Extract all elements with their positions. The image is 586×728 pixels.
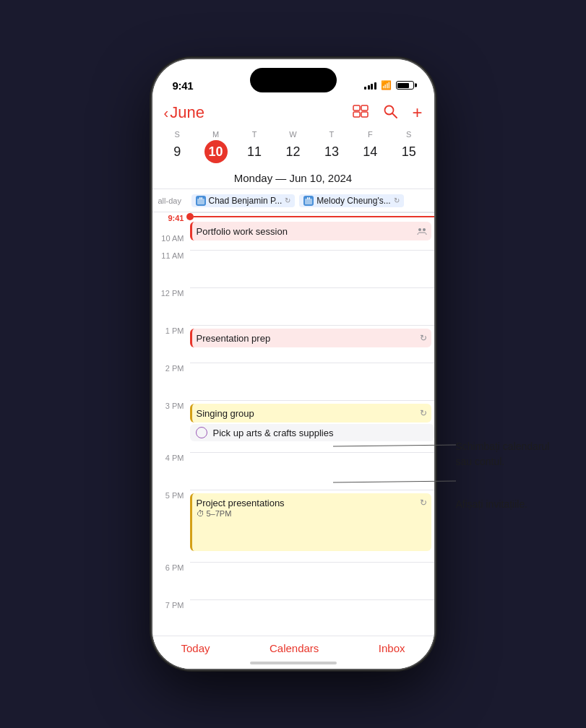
day-letter-wed: W [289, 130, 296, 139]
svg-rect-11 [309, 197, 311, 199]
schedule-area[interactable]: 9:41 10 AM Portfolio work session [152, 212, 434, 636]
svg-rect-8 [201, 197, 202, 199]
time-label-2pm: 2 PM [152, 363, 190, 373]
current-time-indicator [190, 213, 434, 220]
calendar-event-icon-melody [303, 196, 314, 206]
day-letter-thu: T [329, 130, 335, 139]
day-num-15: 15 [397, 140, 421, 163]
month-back-button[interactable]: ‹ June [164, 103, 204, 122]
refresh-icon-melody: ↻ [394, 196, 400, 204]
all-day-event-melody-title: Melody Cheung's... [316, 196, 390, 206]
all-day-row: all-day Chad Benjamin P... ↻ Melody Cheu… [152, 189, 434, 212]
week-day-sat[interactable]: S 15 [389, 130, 428, 163]
day-num-14: 14 [358, 140, 382, 163]
time-line-1pm: Presentation prep ↻ [190, 325, 434, 363]
event-presentation-prep[interactable]: Presentation prep ↻ [190, 329, 431, 347]
task-arts-crafts-title: Pick up arts & crafts supplies [213, 428, 334, 438]
chevron-left-icon: ‹ [164, 105, 169, 121]
add-event-icon[interactable]: + [412, 103, 422, 123]
week-day-thu[interactable]: T 13 [312, 130, 350, 163]
time-line-10am: Portfolio work session [190, 212, 434, 250]
search-icon[interactable] [383, 104, 397, 122]
event-presentation-title: Presentation prep [197, 333, 271, 344]
today-button[interactable]: Today [181, 642, 210, 654]
current-time-line [194, 216, 434, 217]
time-slot-6pm: 6 PM [152, 562, 434, 599]
week-day-fri[interactable]: F 14 [351, 130, 389, 163]
event-portfolio-title: Portfolio work session [197, 226, 288, 237]
svg-rect-2 [353, 112, 360, 117]
home-indicator [250, 662, 337, 664]
time-slot-11am: 11 AM [152, 250, 434, 287]
svg-point-12 [418, 228, 421, 231]
annotation-lines [326, 432, 470, 519]
annotation-calendars: Schimbați calendarul sau contul. [456, 439, 587, 469]
time-label-3pm: 3 PM [152, 400, 190, 410]
shared-icon-presentation: ↻ [420, 333, 427, 343]
all-day-event-chad[interactable]: Chad Benjamin P... ↻ [191, 194, 296, 207]
svg-rect-9 [305, 199, 312, 204]
time-label-7pm: 7 PM [152, 599, 190, 610]
time-slot-1pm: 1 PM Presentation prep ↻ [152, 325, 434, 363]
current-time-badge: 9:41 [152, 214, 184, 222]
status-icons: 📶 [364, 80, 414, 90]
calendar-view-icon[interactable] [353, 105, 369, 121]
all-day-label: all-day [158, 196, 187, 205]
time-label-5pm: 5 PM [152, 490, 190, 500]
shared-icon-singing: ↻ [420, 408, 427, 418]
all-day-event-melody[interactable]: Melody Cheung's... ↻ [299, 194, 403, 207]
day-num-13: 13 [320, 140, 343, 163]
svg-rect-3 [361, 112, 368, 117]
event-singing-title: Singing group [197, 408, 254, 419]
day-num-9: 9 [165, 140, 189, 163]
all-day-event-chad-title: Chad Benjamin P... [209, 196, 283, 206]
time-line-2pm [190, 363, 434, 400]
time-label-12pm: 12 PM [152, 287, 190, 298]
annotations-area: Schimbați calendarul sau contul. Afișați… [456, 439, 587, 510]
nav-row: ‹ June [152, 100, 434, 129]
date-header: Monday — Jun 10, 2024 [152, 165, 434, 189]
task-circle-icon [196, 427, 207, 438]
time-slot-2pm: 2 PM [152, 363, 434, 400]
day-letter-sun: S [175, 130, 180, 139]
svg-rect-10 [307, 197, 309, 199]
day-num-10-today: 10 [204, 140, 228, 163]
week-day-mon[interactable]: M 10 [197, 130, 235, 163]
current-time-dot [186, 213, 194, 220]
week-day-tue[interactable]: T 11 [235, 130, 273, 163]
svg-line-15 [333, 481, 456, 482]
event-portfolio-work[interactable]: Portfolio work session [190, 222, 431, 240]
month-title: June [170, 103, 204, 122]
day-letter-tue: T [252, 130, 257, 139]
time-line-7pm [190, 599, 434, 636]
week-days-row: S 9 M 10 T 11 W 12 [152, 129, 434, 165]
time-line-6pm [190, 562, 434, 599]
signal-bars-icon [364, 81, 376, 90]
day-num-11: 11 [243, 140, 266, 163]
time-line-11am [190, 250, 434, 287]
calendars-button[interactable]: Calendars [270, 642, 319, 654]
time-slot-10am: 9:41 10 AM Portfolio work session [152, 212, 434, 250]
svg-line-5 [392, 113, 397, 118]
time-slot-12pm: 12 PM [152, 287, 434, 325]
week-day-sun[interactable]: S 9 [158, 130, 197, 163]
week-day-wed[interactable]: W 12 [274, 130, 312, 163]
time-label-6pm: 6 PM [152, 562, 190, 572]
screen-content: ‹ June [152, 59, 434, 669]
svg-rect-7 [199, 197, 201, 199]
day-letter-sat: S [406, 130, 411, 139]
svg-rect-1 [361, 105, 368, 110]
event-project-title: Project presentations [197, 498, 285, 508]
time-line-12pm [190, 287, 434, 325]
calendar-event-icon-chad [196, 196, 206, 206]
time-label-11am: 11 AM [152, 250, 190, 260]
clock-icon: ⏱ [197, 509, 204, 518]
event-singing-group[interactable]: Singing group ↻ [190, 404, 431, 422]
day-num-12: 12 [281, 140, 304, 163]
time-label-1pm: 1 PM [152, 325, 190, 335]
status-time: 9:41 [173, 79, 194, 92]
battery-icon [396, 81, 414, 90]
inbox-button[interactable]: Inbox [379, 642, 405, 654]
shared-icon-portfolio [417, 226, 427, 238]
refresh-icon-chad: ↻ [285, 196, 290, 204]
